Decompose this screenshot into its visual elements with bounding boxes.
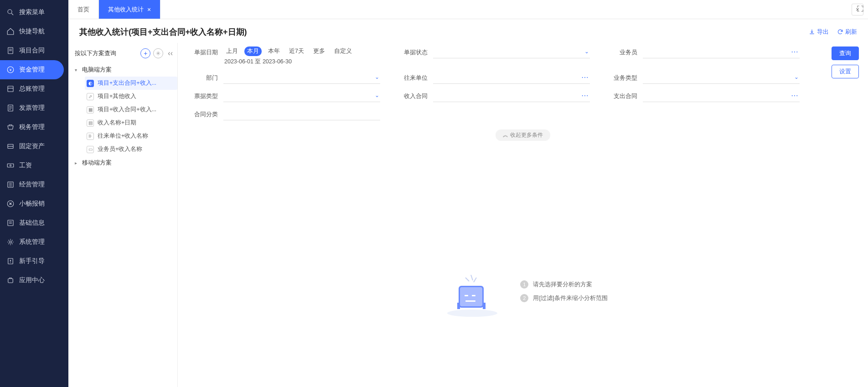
scheme-item-label: 业务员+收入名称: [98, 145, 142, 153]
tabbar: 首页 其他收入统计 × ×: [68, 0, 868, 19]
filter-label-dept: 部门: [189, 72, 218, 82]
refresh-button[interactable]: 刷新: [837, 28, 857, 36]
filter-label-expense-contract: 支出合同: [608, 90, 637, 100]
salary-icon: [6, 161, 15, 170]
sidebar-item-expense[interactable]: 小畅报销: [0, 194, 68, 213]
sidebar-item-search[interactable]: 搜索菜单: [0, 3, 68, 22]
filter-input-partner[interactable]: ⋯: [433, 72, 590, 84]
picker-icon[interactable]: ⋯: [791, 91, 799, 100]
page-title: 其他收入统计(项目+支出合同+收入名称+日期): [79, 26, 809, 37]
picker-icon[interactable]: ⋯: [791, 47, 799, 56]
sidebar-item-quicknav[interactable]: 快捷导航: [0, 22, 68, 41]
sidebar-item-salary[interactable]: 工资: [0, 156, 68, 175]
sidebar-item-apps[interactable]: 应用中心: [0, 271, 68, 290]
filter-input-biztype[interactable]: ⌄: [643, 72, 800, 84]
filter-input-income-contract[interactable]: ⋯: [433, 90, 590, 102]
scheme-item-icon: ⊪: [87, 133, 94, 140]
date-opt-custom[interactable]: 自定义: [331, 46, 355, 56]
apps-icon: [6, 276, 15, 284]
titlebar: 其他收入统计(项目+支出合同+收入名称+日期) 导出 刷新: [68, 19, 868, 43]
picker-icon[interactable]: ⋯: [581, 73, 589, 82]
svg-line-1: [11, 13, 13, 15]
sidebar-item-guide[interactable]: 新手引导: [0, 252, 68, 271]
filter-input-status[interactable]: ⌄: [433, 46, 590, 58]
sidebar-label: 经营管理: [19, 181, 45, 189]
date-opt-thismonth[interactable]: 本月: [244, 46, 262, 56]
scheme-group-desktop[interactable]: ▾ 电脑端方案: [75, 63, 177, 77]
filter-input-dept[interactable]: ⌄: [223, 72, 380, 84]
sidebar: 搜索菜单 快捷导航 项目合同 ¥ 资金管理 总账管理 发票管理 税务管理 固定资: [0, 0, 68, 387]
fullscreen-icon[interactable]: [856, 5, 865, 14]
empty-state: 1 请先选择要分析的方案 2 用[过滤]条件来缩小分析范围: [178, 141, 868, 387]
scheme-group-mobile[interactable]: ▸ 移动端方案: [75, 156, 177, 170]
filter-label-income-contract: 收入合同: [398, 90, 428, 100]
step-number-2: 2: [520, 294, 528, 302]
sidebar-label: 资金管理: [19, 66, 45, 74]
sidebar-item-system[interactable]: 系统管理: [0, 232, 68, 252]
scheme-settings-button[interactable]: [153, 48, 163, 58]
sidebar-item-ledger[interactable]: 总账管理: [0, 79, 68, 98]
svg-rect-32: [457, 303, 460, 309]
scheme-item-label: 项目+其他收入: [98, 93, 136, 100]
picker-icon[interactable]: ⋯: [581, 91, 589, 100]
filter-label-salesman: 业务员: [608, 46, 637, 57]
date-opt-more[interactable]: 更多: [310, 46, 328, 56]
refresh-label: 刷新: [845, 28, 857, 36]
sidebar-item-asset[interactable]: 固定资产: [0, 137, 68, 156]
filter-input-expense-contract[interactable]: ⋯: [643, 90, 800, 102]
sidebar-label: 税务管理: [19, 123, 45, 131]
svg-rect-31: [483, 303, 486, 309]
scheme-item-2[interactable]: ▦ 项目+收入合同+收入...: [85, 103, 177, 116]
sidebar-label: 搜索菜单: [19, 8, 45, 16]
scheme-item-icon: ▭: [87, 146, 94, 153]
sidebar-item-business[interactable]: 经营管理: [0, 175, 68, 194]
sidebar-item-contract[interactable]: 项目合同: [0, 41, 68, 60]
tab-home[interactable]: 首页: [68, 0, 99, 19]
tab-label: 首页: [78, 5, 89, 14]
filter-input-voucher[interactable]: ⌄: [223, 90, 380, 102]
svg-rect-12: [7, 164, 14, 167]
scheme-item-5[interactable]: ▭ 业务员+收入名称: [85, 143, 177, 156]
query-button[interactable]: 查询: [832, 46, 859, 60]
close-icon[interactable]: ×: [147, 6, 151, 13]
svg-rect-30: [465, 300, 475, 302]
svg-rect-29: [472, 295, 475, 296]
date-opt-lastmonth[interactable]: 上月: [223, 46, 241, 56]
svg-rect-16: [8, 220, 13, 226]
svg-text:¥: ¥: [10, 68, 12, 72]
system-icon: [6, 238, 15, 246]
svg-rect-7: [8, 86, 13, 92]
scheme-item-0[interactable]: ◐ 项目+支出合同+收入...: [85, 77, 177, 90]
filter-label-biztype: 业务类型: [608, 72, 637, 82]
settings-button[interactable]: 设置: [832, 65, 859, 78]
date-range-text: 2023-06-01 至 2023-06-30: [223, 58, 380, 66]
sidebar-item-fund[interactable]: ¥ 资金管理: [0, 60, 64, 79]
collapse-filters-button[interactable]: ︽ 收起更多条件: [496, 129, 550, 141]
home-icon: [6, 27, 15, 36]
filter-input-contract-class[interactable]: [223, 108, 380, 120]
export-button[interactable]: 导出: [809, 28, 829, 36]
date-opt-7days[interactable]: 近7天: [286, 46, 307, 56]
filter-input-salesman[interactable]: ⋯: [643, 46, 800, 58]
sidebar-label: 发票管理: [19, 104, 45, 112]
add-scheme-button[interactable]: +: [140, 48, 150, 58]
scheme-item-1[interactable]: ⬀ 项目+其他收入: [85, 90, 177, 103]
svg-point-25: [447, 310, 497, 317]
scheme-item-3[interactable]: ▤ 收入名称+日期: [85, 116, 177, 129]
date-opt-thisyear[interactable]: 本年: [265, 46, 283, 56]
caret-down-icon: ▾: [75, 67, 79, 72]
collapse-panel-icon[interactable]: ‹‹: [166, 49, 175, 57]
sidebar-item-invoice[interactable]: 发票管理: [0, 98, 68, 118]
svg-point-24: [158, 53, 159, 54]
svg-rect-23: [8, 279, 13, 283]
tab-label: 其他收入统计: [108, 5, 144, 14]
svg-rect-27: [460, 287, 482, 306]
scheme-item-icon: ▦: [87, 106, 94, 114]
sidebar-item-tax[interactable]: 税务管理: [0, 118, 68, 137]
collapse-label: 收起更多条件: [510, 131, 543, 139]
chevron-down-icon: ⌄: [794, 74, 799, 80]
tab-other-income[interactable]: 其他收入统计 ×: [99, 0, 160, 19]
sidebar-label: 新手引导: [19, 257, 45, 265]
sidebar-item-info[interactable]: 基础信息: [0, 213, 68, 232]
scheme-item-4[interactable]: ⊪ 往来单位+收入名称: [85, 129, 177, 143]
